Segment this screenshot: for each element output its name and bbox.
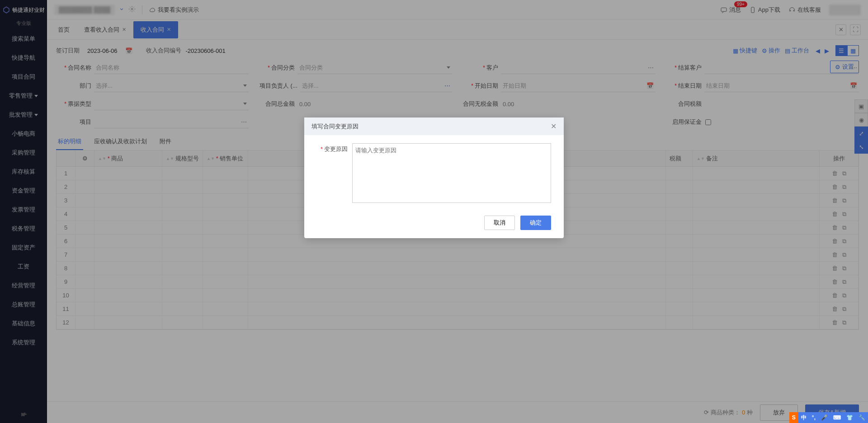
- ime-s-icon[interactable]: S: [789, 412, 798, 423]
- change-reason-textarea[interactable]: [352, 143, 551, 203]
- modal-field-label: 变更原因: [317, 143, 348, 203]
- ime-tool-icon[interactable]: 🔧: [856, 412, 868, 423]
- ime-punct-icon[interactable]: °,: [809, 412, 818, 423]
- modal-confirm-button[interactable]: 确定: [520, 216, 551, 230]
- ime-toolbar[interactable]: S 中 °, 🎤 ⌨ 👕 🔧: [789, 412, 868, 423]
- ime-skin-icon[interactable]: 👕: [844, 412, 856, 423]
- modal-close-icon[interactable]: ✕: [551, 122, 557, 131]
- modal-title: 填写合同变更原因: [311, 122, 359, 131]
- ime-mic-icon[interactable]: 🎤: [818, 412, 830, 423]
- ime-kbd-icon[interactable]: ⌨: [830, 412, 844, 423]
- ime-lang[interactable]: 中: [798, 412, 809, 423]
- change-reason-modal: 填写合同变更原因 ✕ 变更原因 取消 确定: [304, 118, 564, 238]
- modal-cancel-button[interactable]: 取消: [484, 216, 515, 230]
